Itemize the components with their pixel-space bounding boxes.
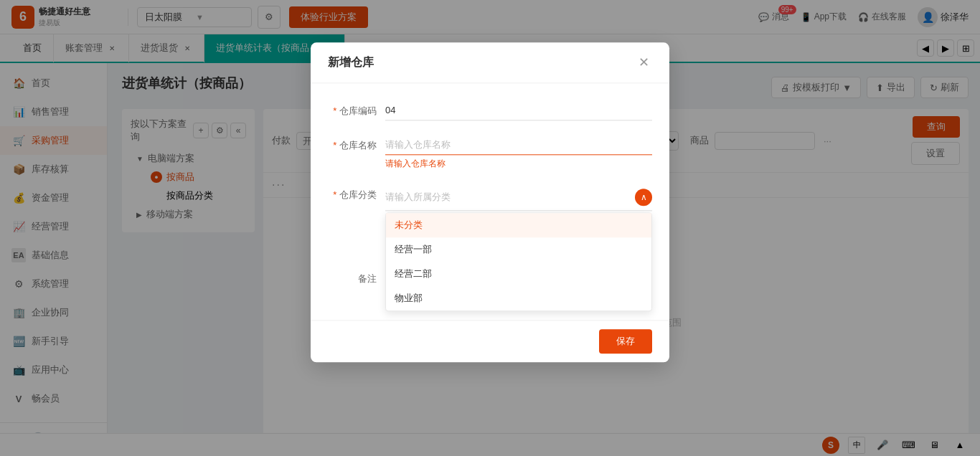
note-label: 备注 — [328, 268, 385, 285]
name-control: 请输入仓库名称 — [385, 135, 652, 170]
category-arrow-icon[interactable]: ∧ — [635, 189, 652, 206]
modal-title: 新增仓库 — [328, 55, 374, 70]
dropdown-item-dept2[interactable]: 经营二部 — [386, 262, 651, 286]
code-control — [385, 100, 652, 120]
modal-footer: 保存 — [311, 320, 669, 362]
name-input[interactable] — [385, 135, 652, 155]
modal-header: 新增仓库 ✕ — [311, 42, 669, 83]
dropdown-item-dept1[interactable]: 经营一部 — [386, 237, 651, 262]
save-button[interactable]: 保存 — [599, 329, 652, 353]
new-warehouse-modal: 新增仓库 ✕ * 仓库编码 * 仓库名称 请输入仓库名称 — [311, 42, 669, 362]
modal-close-button[interactable]: ✕ — [635, 54, 652, 71]
name-field-row: * 仓库名称 请输入仓库名称 — [328, 135, 652, 170]
category-field-row: * 仓库分类 请输入所属分类 ∧ 未分类 经营一部 经营二部 物业部 — [328, 184, 652, 211]
code-input[interactable] — [385, 100, 652, 120]
category-dropdown: 未分类 经营一部 经营二部 物业部 — [385, 212, 652, 311]
category-select-display[interactable]: 请输入所属分类 ∧ — [385, 184, 652, 211]
name-label: * 仓库名称 — [328, 135, 385, 152]
modal-body: * 仓库编码 * 仓库名称 请输入仓库名称 * 仓库分类 — [311, 83, 669, 320]
category-control: 请输入所属分类 ∧ 未分类 经营一部 经营二部 物业部 — [385, 184, 652, 211]
dropdown-item-property[interactable]: 物业部 — [386, 286, 651, 310]
category-label: * 仓库分类 — [328, 184, 385, 201]
name-error-msg: 请输入仓库名称 — [385, 158, 652, 170]
dropdown-item-uncategorized[interactable]: 未分类 — [386, 213, 651, 237]
category-placeholder: 请输入所属分类 — [385, 191, 635, 204]
code-field-row: * 仓库编码 — [328, 100, 652, 120]
code-label: * 仓库编码 — [328, 100, 385, 118]
